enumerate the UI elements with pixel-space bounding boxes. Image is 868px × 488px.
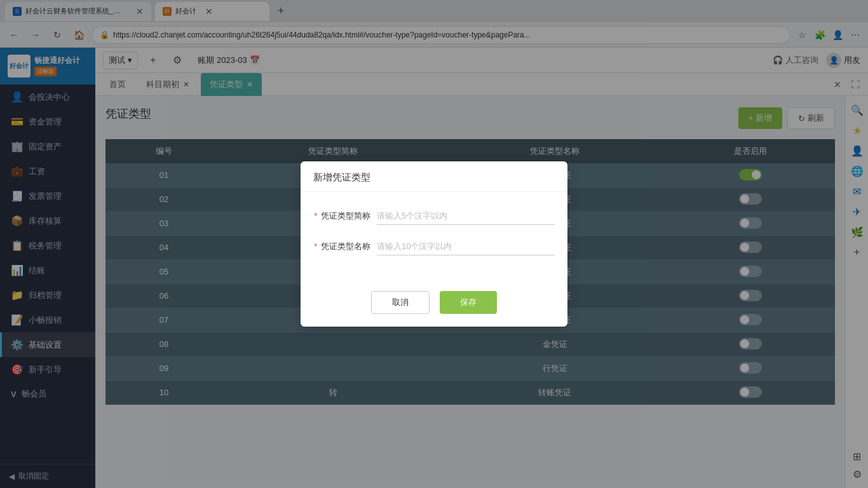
required-star-name: * [314, 241, 317, 251]
name-label: * 凭证类型名称 [313, 241, 377, 252]
abbr-label-text: 凭证类型简称 [321, 211, 370, 220]
modal-body: * 凭证类型简称 * 凭证类型名称 [301, 192, 567, 283]
form-row-abbr: * 凭证类型简称 [313, 207, 555, 225]
abbr-input[interactable] [377, 207, 555, 225]
modal-footer: 取消 保存 [301, 283, 567, 327]
save-button[interactable]: 保存 [440, 291, 497, 314]
modal-overlay: 新增凭证类型 * 凭证类型简称 * 凭证类型名称 取消 保存 [0, 0, 868, 488]
abbr-label: * 凭证类型简称 [313, 210, 377, 222]
add-voucher-type-modal: 新增凭证类型 * 凭证类型简称 * 凭证类型名称 取消 保存 [301, 161, 567, 327]
form-row-name: * 凭证类型名称 [313, 238, 555, 255]
modal-header: 新增凭证类型 [301, 161, 567, 192]
cancel-button[interactable]: 取消 [371, 291, 430, 314]
name-input[interactable] [377, 238, 555, 255]
name-label-text: 凭证类型名称 [321, 241, 370, 251]
required-star-abbr: * [314, 211, 317, 220]
